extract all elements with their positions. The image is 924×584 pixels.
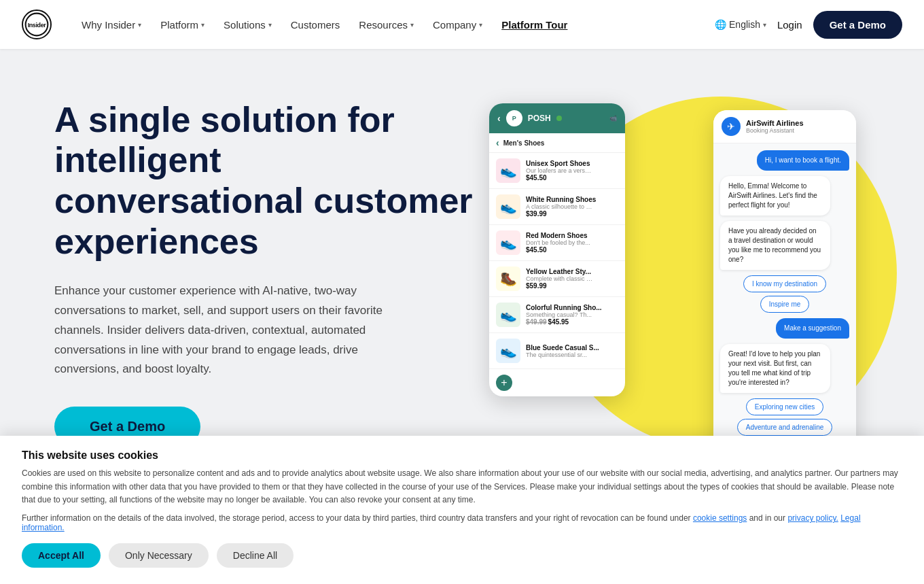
language-selector[interactable]: 🌐 English ▾ bbox=[715, 19, 766, 30]
posh-section-header: ‹ Men's Shoes bbox=[489, 133, 625, 153]
hero-section: A single solution for intelligent conver… bbox=[0, 49, 924, 484]
hero-title: A single solution for intelligent conver… bbox=[54, 100, 476, 262]
shoe-item: 🥾 Yellow Leather Sty... Complete with cl… bbox=[489, 261, 625, 297]
nav-customers[interactable]: Customers bbox=[283, 14, 349, 36]
shoe-thumbnail: 👟 bbox=[496, 158, 520, 183]
chevron-down-icon: ▾ bbox=[268, 21, 272, 29]
chat-message-user: Hi, I want to book a flight. bbox=[757, 150, 849, 171]
cookie-banner: This website uses cookies Cookies are us… bbox=[0, 436, 924, 484]
chat-message-bot: Have you already decided on a travel des… bbox=[720, 221, 830, 270]
globe-icon: 🌐 bbox=[715, 19, 726, 30]
chat-option[interactable]: Adventure and adrenaline bbox=[737, 419, 833, 436]
add-button[interactable]: + bbox=[496, 375, 512, 391]
chevron-down-icon: ▾ bbox=[138, 21, 141, 29]
chat-message-user: Make a suggestion bbox=[776, 318, 849, 339]
shoe-details: Red Modern Shoes Don't be fooled by the.… bbox=[526, 232, 618, 254]
shoe-thumbnail: 🥾 bbox=[496, 267, 520, 291]
shoe-item: 👟 Unisex Sport Shoes Our loafers are a v… bbox=[489, 153, 625, 189]
logo[interactable]: Insider bbox=[22, 10, 52, 39]
cookie-description: Cookies are used on this website to pers… bbox=[22, 467, 902, 484]
airline-logo: ✈ bbox=[722, 117, 741, 136]
shoe-details: Unisex Sport Shoes Our loafers are a ver… bbox=[526, 160, 618, 182]
shoe-item: 👟 Red Modern Shoes Don't be fooled by th… bbox=[489, 225, 625, 261]
chat-option[interactable]: Exploring new cities bbox=[746, 398, 823, 415]
shoe-details: White Running Shoes A classic silhouette… bbox=[526, 196, 618, 218]
login-button[interactable]: Login bbox=[777, 19, 802, 31]
chat-messages: Hi, I want to book a flight. Hello, Emma… bbox=[713, 143, 856, 463]
nav-platform[interactable]: Platform ▾ bbox=[152, 14, 213, 36]
posh-brand-name: POSH bbox=[528, 114, 551, 123]
nav-links: Why Insider ▾ Platform ▾ Solutions ▾ Cus… bbox=[73, 14, 715, 36]
shoe-thumbnail: 👟 bbox=[496, 339, 520, 363]
posh-logo: P bbox=[506, 110, 522, 126]
nav-platform-tour[interactable]: Platform Tour bbox=[493, 14, 575, 36]
cookie-title: This website uses cookies bbox=[22, 449, 902, 462]
nav-right: 🌐 English ▾ Login Get a Demo bbox=[715, 11, 902, 39]
hero-visual: ‹ P POSH 📹 ‹ Men's Shoes 👟 Unisex Sport … bbox=[476, 90, 870, 457]
shoe-thumbnail: 👟 bbox=[496, 230, 520, 255]
chat-option[interactable]: I know my destination bbox=[743, 275, 826, 292]
posh-bottom-bar: + bbox=[489, 369, 625, 396]
shoe-item: 👟 Blue Suede Casual S... The quintessent… bbox=[489, 333, 625, 369]
hero-description: Enhance your customer experience with AI… bbox=[54, 281, 421, 379]
posh-header: ‹ P POSH 📹 bbox=[489, 103, 625, 133]
shoe-details: Yellow Leather Sty... Complete with clas… bbox=[526, 268, 618, 290]
airline-header: ✈ AirSwift Airlines Booking Assistant bbox=[713, 110, 856, 143]
shoe-item: 👟 Colorful Running Sho... Something casu… bbox=[489, 297, 625, 333]
nav-why-insider[interactable]: Why Insider ▾ bbox=[73, 14, 149, 36]
navbar: Insider Why Insider ▾ Platform ▾ Solutio… bbox=[0, 0, 924, 49]
chat-message-bot: Hello, Emma! Welcome to AirSwift Airline… bbox=[720, 176, 830, 216]
shoe-thumbnail: 👟 bbox=[496, 194, 520, 219]
shoe-details: Blue Suede Casual S... The quintessentia… bbox=[526, 344, 618, 358]
phone-mockup-airswift: ✈ AirSwift Airlines Booking Assistant Hi… bbox=[713, 110, 856, 484]
svg-text:Insider: Insider bbox=[28, 22, 47, 29]
back-arrow-icon: ‹ bbox=[497, 113, 501, 124]
chevron-down-icon: ▾ bbox=[201, 21, 205, 29]
logo-icon: Insider bbox=[22, 10, 52, 39]
shoe-item: 👟 White Running Shoes A classic silhouet… bbox=[489, 189, 625, 225]
chevron-down-icon: ▾ bbox=[410, 21, 414, 29]
video-icon: 📹 bbox=[609, 115, 617, 122]
shoe-details: Colorful Running Sho... Something casual… bbox=[526, 304, 618, 326]
back-arrow-icon: ‹ bbox=[496, 137, 499, 148]
chevron-down-icon: ▾ bbox=[479, 21, 482, 29]
nav-solutions[interactable]: Solutions ▾ bbox=[215, 14, 280, 36]
shoe-thumbnail: 👟 bbox=[496, 303, 520, 327]
online-indicator bbox=[556, 116, 562, 121]
nav-resources[interactable]: Resources ▾ bbox=[351, 14, 422, 36]
phone-mockup-posh: ‹ P POSH 📹 ‹ Men's Shoes 👟 Unisex Sport … bbox=[489, 103, 625, 396]
chat-message-bot: Great! I'd love to help you plan your ne… bbox=[720, 344, 830, 393]
get-demo-nav-button[interactable]: Get a Demo bbox=[813, 11, 902, 39]
chat-option[interactable]: Inspire me bbox=[760, 296, 810, 313]
chevron-down-icon: ▾ bbox=[763, 21, 766, 29]
chat-options-group: I know my destination Inspire me bbox=[720, 275, 849, 313]
nav-company[interactable]: Company ▾ bbox=[425, 14, 491, 36]
hero-content: A single solution for intelligent conver… bbox=[54, 100, 476, 447]
